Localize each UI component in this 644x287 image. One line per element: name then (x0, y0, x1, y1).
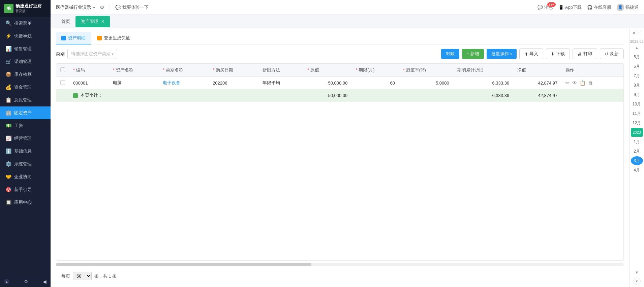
sidebar: 畅 畅捷通好业财 普及版 🔍 搜索菜单 ⚡ 快捷导航 📊 销售管理 🛒 采购管理… (0, 0, 51, 287)
service-label: 在线客服 (594, 4, 611, 10)
notifications-btn[interactable]: 💬 消息 99+ (538, 4, 553, 10)
app-download-btn[interactable]: 📱 App下载 (558, 4, 582, 10)
month-4[interactable]: 4月 (631, 166, 643, 174)
download-button[interactable]: ⬇ 下载 (546, 49, 570, 59)
reconcile-label: 对账 (446, 51, 455, 57)
sidebar-item-quicknav[interactable]: ⚡ 快捷导航 (0, 30, 51, 42)
subtotal-icon (73, 93, 78, 98)
sub-tab-changevoucher[interactable]: 变更生成凭证 (92, 32, 135, 44)
right-panel: ✕ ⛶ 2023.03 ▲ 5月 6月 7月 8月 9月 10月 11月 12月… (629, 28, 644, 287)
view-icon[interactable]: 👁 (572, 80, 577, 86)
select-all-checkbox[interactable] (60, 67, 65, 72)
copy-icon[interactable]: 📋 (580, 80, 585, 86)
month-6[interactable]: 6月 (631, 62, 643, 71)
filter-category-dropdown[interactable]: 请选择固定资产类别 ▾ (67, 49, 117, 59)
row-category: 电子设备 (159, 77, 209, 89)
table-col-code: * 编码 (69, 64, 109, 77)
refresh-button[interactable]: ↺ 刷新 (600, 49, 624, 59)
sidebar-collapse-icon[interactable]: ◀ (43, 279, 47, 284)
total-label: 条，共 1 条 (94, 273, 117, 279)
month-3-active[interactable]: 3月 (631, 156, 643, 165)
tab-assets[interactable]: 资产管理 ✕ (75, 16, 110, 27)
batch-button[interactable]: 批量操作 ▾ (487, 49, 517, 59)
sidebar-item-fixedassets[interactable]: 🏢 固定资产 (0, 106, 51, 119)
sidebar-logo-icon: 畅 (4, 4, 13, 13)
month-7[interactable]: 7月 (631, 71, 643, 80)
row-name: 电脑 (109, 77, 159, 89)
service-btn[interactable]: 🎧 在线客服 (587, 4, 611, 10)
subtotal-label: 本页小计： (69, 89, 258, 102)
sidebar-item-apps[interactable]: 🔲 应用中心 (0, 196, 51, 209)
sidebar-logo[interactable]: 畅 畅捷通好业财 普及版 (0, 0, 51, 17)
month-12[interactable]: 12月 (631, 119, 643, 127)
sidebar-item-purchase[interactable]: 🛒 采购管理 (0, 55, 51, 68)
month-9[interactable]: 9月 (631, 90, 643, 99)
sub-tab-assetdetail-label: 资产明细 (68, 35, 86, 41)
apps-icon: 🔲 (5, 199, 11, 205)
sidebar-item-enterprise[interactable]: 🤝 企业协同 (0, 170, 51, 183)
month-5[interactable]: 5月 (631, 53, 643, 61)
sidebar-item-label: 总账管理 (14, 97, 32, 103)
delete-icon[interactable]: 🗑 (588, 80, 593, 86)
sidebar-item-label: 系统管理 (14, 161, 32, 167)
sidebar-item-operations[interactable]: 📈 经营管理 (0, 132, 51, 145)
right-panel-close-icon[interactable]: ✕ (632, 30, 636, 36)
month-8[interactable]: 8月 (631, 81, 643, 90)
new-button[interactable]: + 新增 (462, 49, 484, 59)
row-period: 60 (351, 77, 399, 89)
month-1[interactable]: 1月 (631, 137, 643, 146)
export-button[interactable]: ⬆ 导入 (519, 49, 543, 59)
right-panel-down-arrow[interactable]: ▼ (630, 270, 644, 275)
sidebar-item-search[interactable]: 🔍 搜索菜单 (0, 17, 51, 30)
right-panel-circle-arrow[interactable]: ▼ (633, 278, 641, 285)
month-11[interactable]: 11月 (631, 109, 643, 118)
sidebar-item-sales[interactable]: 📊 销售管理 (0, 42, 51, 55)
right-panel-expand-icon[interactable]: ⛶ (637, 30, 641, 36)
enterprise-icon: 🤝 (5, 174, 11, 180)
sidebar-item-guide[interactable]: 🎯 新手引导 (0, 183, 51, 196)
right-panel-bottom: ▼ (630, 276, 644, 287)
sidebar-scroll-up[interactable]: ▲ (4, 279, 9, 284)
sidebar-item-inventory[interactable]: 📦 库存核算 (0, 68, 51, 81)
sidebar-item-label: 新手引导 (14, 187, 32, 193)
print-button[interactable]: 🖨 打印 (573, 49, 597, 59)
sidebar-item-basicinfo[interactable]: ℹ️ 基础信息 (0, 145, 51, 158)
company-selector[interactable]: 医疗器械行业演示 ▾ (56, 4, 95, 10)
operations-icon: 📈 (5, 135, 11, 141)
assets-table-wrap: * 编码 * 资产名称 * 类别名称 * 购买日期 折旧方法 * 原值 * 期限… (56, 63, 624, 261)
sidebar-item-system[interactable]: ⚙️ 系统管理 (0, 158, 51, 170)
feedback-icon: 💬 (115, 5, 121, 10)
per-page-select[interactable]: 50 100 (73, 272, 92, 280)
row-depreciation-method: 年限平均 (258, 77, 303, 89)
table-col-period: * 期限(月) (351, 64, 399, 77)
topbar-divider (110, 4, 110, 11)
right-panel-up-arrow[interactable]: ▲ (630, 45, 644, 50)
month-10[interactable]: 10月 (631, 100, 643, 108)
tab-home[interactable]: 首页 (56, 16, 75, 27)
feedback-btn[interactable]: 💬 我要体验一下 (115, 4, 149, 10)
sidebar-item-label: 基础信息 (14, 148, 32, 154)
company-dropdown-icon: ▾ (93, 5, 95, 10)
subtotal-actions-empty (561, 89, 623, 102)
table-body: 000001 电脑 电子设备 202206 年限平均 50,000.00 60 … (56, 77, 623, 102)
search-icon: 🔍 (5, 20, 11, 26)
reconcile-button[interactable]: 对账 (441, 49, 459, 59)
sidebar-item-salary[interactable]: 💵 工资 (0, 119, 51, 132)
scrollbar-area (56, 263, 624, 269)
table-header-row: * 编码 * 资产名称 * 类别名称 * 购买日期 折旧方法 * 原值 * 期限… (56, 64, 623, 77)
sub-tab-assetdetail[interactable]: 资产明细 (56, 32, 91, 44)
table-col-check (56, 64, 69, 77)
sidebar-settings-icon[interactable]: ⚙ (24, 279, 28, 284)
horizontal-scrollbar-thumb (56, 263, 311, 266)
edit-icon[interactable]: ✏ (565, 80, 570, 86)
company-gear-icon[interactable]: ⚙ (100, 4, 104, 10)
subtotal-net-value: 42,874.97 (513, 89, 561, 102)
row-checkbox[interactable] (60, 80, 65, 85)
horizontal-scrollbar[interactable] (56, 263, 624, 266)
subtotal-row: 本页小计： 50,000.00 6,333.36 42,874.97 (56, 89, 623, 102)
sidebar-item-capital[interactable]: 💰 资金管理 (0, 81, 51, 94)
sidebar-item-ledger[interactable]: 📋 总账管理 (0, 94, 51, 106)
month-2[interactable]: 2月 (631, 147, 643, 156)
user-btn[interactable]: 👤 畅捷通 (617, 4, 639, 11)
tab-close-icon[interactable]: ✕ (101, 19, 104, 24)
